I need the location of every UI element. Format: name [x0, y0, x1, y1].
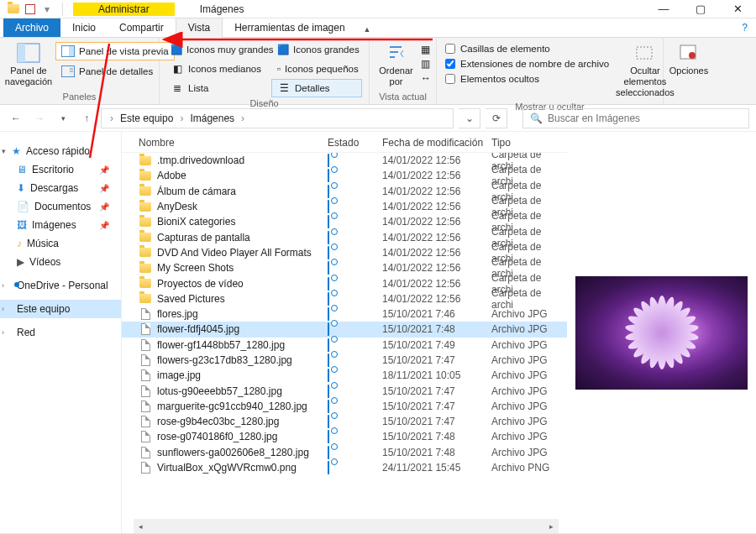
file-row[interactable]: flores.jpg15/10/2021 7:46Archivo JPG — [122, 306, 567, 322]
search-input[interactable] — [548, 113, 742, 124]
address-dropdown-button[interactable]: ⌄ — [459, 108, 480, 128]
cloud-icon — [328, 261, 329, 275]
nav-music[interactable]: ♪Música — [0, 234, 121, 253]
minimize-button[interactable]: — — [645, 0, 682, 18]
file-state — [328, 416, 382, 427]
file-row[interactable]: rose-g9b4ec03bc_1280.jpg15/10/2021 7:47A… — [122, 414, 567, 429]
tab-herramientas-imagen[interactable]: Herramientas de imagen — [223, 18, 356, 37]
ribbon-collapse-button[interactable]: ▲ — [357, 22, 378, 37]
file-date: 24/11/2021 15:45 — [382, 462, 491, 474]
file-row[interactable]: rose-g0740186f0_1280.jpg15/10/2021 7:48A… — [122, 429, 567, 444]
up-button[interactable]: ↑ — [77, 109, 96, 128]
nav-onedrive[interactable]: ›OneDrive - Personal — [0, 276, 121, 295]
col-name[interactable]: Nombre — [139, 137, 328, 149]
recent-locations-button[interactable]: ▾ — [54, 109, 72, 128]
scroll-left-button[interactable]: ◂ — [134, 519, 148, 533]
file-row[interactable]: sunflowers-ga002606e8_1280.jpg15/10/2021… — [122, 445, 567, 460]
desktop-icon: 🖥 — [17, 164, 27, 175]
file-name: flowers-g23c17db83_1280.jpg — [157, 354, 328, 366]
file-row[interactable]: Saved Pictures14/01/2022 12:56Carpeta de… — [122, 291, 567, 306]
forward-button[interactable]: → — [30, 109, 49, 128]
cloud-icon — [328, 292, 329, 306]
cloud-icon — [328, 154, 329, 167]
hidden-items-toggle[interactable]: Elementos ocultos — [442, 72, 612, 86]
col-state[interactable]: Estado — [328, 137, 382, 149]
file-row[interactable]: marguerite-gc91ccb940_1280.jpg15/10/2021… — [122, 399, 567, 414]
tab-archivo[interactable]: Archivo — [3, 18, 60, 37]
file-row[interactable]: image.jpg18/11/2021 10:05Archivo JPG — [122, 368, 567, 383]
file-row[interactable]: flower-fdfj4045.jpg15/10/2021 7:48Archiv… — [122, 322, 567, 337]
add-columns-icon[interactable]: ▥ — [421, 58, 431, 70]
item-checkboxes-toggle[interactable]: Casillas de elemento — [442, 42, 612, 55]
file-row[interactable]: VirtualBox_xQgWVRcmw0.png24/11/2021 15:4… — [122, 460, 567, 475]
file-row[interactable]: lotus-g90eeebb57_1280.jpg15/10/2021 7:47… — [122, 383, 567, 398]
nav-desktop[interactable]: 🖥Escritorio📌 — [0, 160, 121, 179]
back-button[interactable]: ← — [7, 109, 25, 128]
nav-videos[interactable]: ▶Vídeos — [0, 253, 121, 271]
file-type: Archivo JPG — [491, 308, 559, 320]
preview-pane-button[interactable]: Panel de vista previa — [55, 42, 175, 60]
md-icons-button[interactable]: ◧Iconos medianos — [165, 60, 270, 78]
sort-by-button[interactable]: Ordenar por — [375, 40, 417, 91]
file-state — [328, 216, 382, 228]
file-date: 15/10/2021 7:48 — [382, 323, 491, 335]
music-icon: ♪ — [17, 238, 22, 249]
nav-pane-label: Panel de navegación — [5, 65, 52, 87]
search-box[interactable]: 🔍 — [522, 108, 749, 128]
documents-icon: 📄 — [17, 201, 29, 212]
column-headers[interactable]: Nombre Estado Fecha de modificación Tipo — [122, 132, 567, 153]
file-date: 14/01/2022 12:56 — [382, 216, 491, 228]
file-name: DVD And Video Player All Formats — [157, 247, 328, 259]
file-state — [328, 323, 382, 335]
size-columns-icon[interactable]: ↔ — [421, 72, 431, 84]
refresh-button[interactable]: ⟳ — [486, 108, 507, 128]
file-row[interactable]: flowers-g23c17db83_1280.jpg15/10/2021 7:… — [122, 353, 567, 368]
file-name: sunflowers-ga002606e8_1280.jpg — [157, 447, 328, 458]
options-button[interactable]: Opciones — [669, 40, 709, 91]
file-extensions-toggle[interactable]: Extensiones de nombre de archivo — [442, 57, 612, 71]
col-date[interactable]: Fecha de modificación — [382, 137, 491, 149]
file-name: Proyectos de vídeo — [157, 278, 328, 290]
list-button[interactable]: ≣Lista — [165, 79, 270, 97]
cloud-icon — [328, 446, 329, 459]
tab-inicio[interactable]: Inicio — [60, 18, 108, 37]
group-by-icon[interactable]: ▦ — [421, 44, 431, 55]
details-button[interactable]: ☰Detalles — [271, 79, 362, 97]
nav-this-pc[interactable]: ›Este equipo — [0, 300, 121, 318]
nav-quick-access[interactable]: ▾★Acceso rápido — [0, 142, 121, 160]
lg-icons-button[interactable]: 🟦Iconos grandes — [271, 40, 362, 59]
col-type[interactable]: Tipo — [491, 137, 559, 149]
preview-pane — [567, 132, 756, 533]
nav-documents[interactable]: 📄Documentos📌 — [0, 197, 121, 216]
maximize-button[interactable]: ▢ — [682, 0, 719, 18]
qat-checkbox-icon[interactable] — [25, 4, 35, 14]
nav-pictures[interactable]: 🖼Imágenes📌 — [0, 216, 121, 234]
file-icon — [139, 400, 152, 413]
sm-icons-icon: ▫ — [277, 62, 281, 76]
nav-downloads[interactable]: ⬇Descargas📌 — [0, 179, 121, 197]
file-state — [328, 339, 382, 351]
horizontal-scrollbar[interactable]: ◂ ▸ — [134, 519, 559, 533]
folder-icon — [139, 261, 152, 275]
details-pane-button[interactable]: Panel de detalles — [55, 62, 175, 81]
file-name: My Screen Shots — [157, 262, 328, 274]
tab-vista[interactable]: Vista — [176, 18, 223, 38]
breadcrumb[interactable]: › Este equipo › Imágenes › — [101, 108, 454, 128]
nav-pane-button[interactable]: Panel de navegación — [5, 40, 52, 91]
file-row[interactable]: flower-gf1448bb57_1280.jpg15/10/2021 7:4… — [122, 338, 567, 353]
help-button[interactable]: ? — [733, 18, 756, 37]
qat-dropdown-icon[interactable]: ▾ — [40, 3, 54, 16]
file-date: 15/10/2021 7:46 — [382, 308, 491, 320]
nav-network[interactable]: ›Red — [0, 323, 121, 342]
pin-icon: 📌 — [99, 221, 109, 230]
xl-icons-button[interactable]: 🟦Iconos muy grandes — [165, 40, 270, 59]
tab-compartir[interactable]: Compartir — [108, 18, 176, 37]
close-button[interactable]: ✕ — [719, 0, 756, 18]
crumb-este-equipo[interactable]: Este equipo — [117, 113, 176, 124]
sm-icons-button[interactable]: ▫Iconos pequeños — [271, 60, 362, 78]
scroll-right-button[interactable]: ▸ — [544, 519, 559, 533]
pin-icon: 📌 — [99, 165, 109, 175]
svg-rect-1 — [18, 44, 25, 62]
lg-icons-icon: 🟦 — [277, 43, 289, 56]
crumb-imagenes[interactable]: Imágenes — [186, 113, 238, 124]
